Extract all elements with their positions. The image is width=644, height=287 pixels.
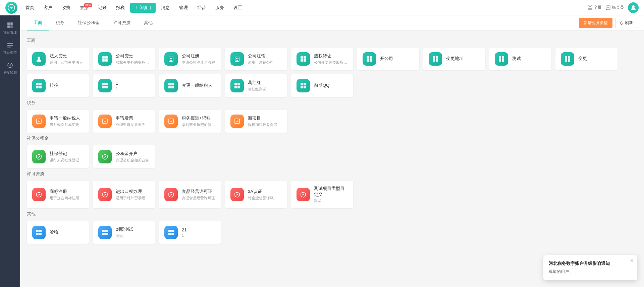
svg-rect-65 (237, 86, 240, 88)
card-1[interactable]: 11 (93, 74, 155, 97)
svg-rect-34 (367, 56, 369, 59)
nav-item-工商项目[interactable]: 工商项目 (130, 3, 156, 13)
card-税务报道+记账[interactable]: 税务报道+记账拿到营业执照的新公司 (159, 110, 221, 133)
card-食品经营许可证[interactable]: 食品经营许可证办理食品经营许可证 (159, 181, 221, 208)
nav-item-客户[interactable]: 客户 (40, 3, 56, 13)
card-葛红红[interactable]: 葛红红葛红红测试 (225, 74, 287, 97)
sidebar-item-0[interactable]: 项目管理 (0, 18, 20, 38)
card-股权转让[interactable]: 股权转让公司变更需要股权转让 (291, 48, 353, 70)
card-测试项目类型目定义[interactable]: 测试项目类型目定义测试 (291, 181, 353, 208)
card-text-商标注册: 商标注册用于企业商标注册服务 (50, 189, 84, 201)
cards-grid-其他: 哈哈 刘聪测试测试 211 (27, 221, 637, 244)
license1-icon (32, 188, 46, 201)
building2-icon (230, 52, 244, 66)
notification-close-button[interactable]: ✕ (630, 258, 634, 263)
refresh-button[interactable]: 刷新 (615, 18, 637, 28)
card-进出口权办理[interactable]: 进出口权办理适用于对外贸易经营者 (93, 181, 155, 208)
sub-tab-社保公积金[interactable]: 社保公积金 (71, 16, 106, 30)
card-text-3A认证: 3A认证对企业信誉评级 (248, 189, 282, 201)
card-公积金开户[interactable]: 公积金开户办理公积金相关业务 (93, 145, 155, 168)
other2-icon (98, 226, 112, 239)
card-title-label: 刘聪测试 (116, 226, 150, 232)
new-badge: new (84, 3, 92, 7)
card-3A认证[interactable]: 3A认证对企业信誉评级 (225, 181, 287, 208)
svg-rect-79 (105, 230, 108, 232)
svg-rect-38 (433, 56, 435, 59)
card-变更一般纳税人[interactable]: 变更一般纳税人 (159, 74, 221, 97)
card-21[interactable]: 211 (159, 221, 221, 244)
sidebar-label-0: 项目管理 (3, 30, 17, 35)
card-title-label: 变更一般纳税人 (182, 82, 216, 88)
card-商标注册[interactable]: 商标注册用于企业商标注册服务 (27, 181, 89, 208)
sub-tab-其他[interactable]: 其他 (137, 16, 159, 30)
nav-item-首页[interactable]: 首页 (21, 3, 38, 13)
card-新项目[interactable]: 新项目报税加税控盘保管 (225, 110, 287, 133)
svg-rect-47 (568, 56, 570, 59)
nav-item-管理[interactable]: 管理 (175, 3, 192, 13)
nav-item-记账[interactable]: 记账 (94, 3, 111, 13)
card-title-label: 商标注册 (50, 189, 84, 195)
card-desc-label: 葛红红测试 (248, 87, 282, 92)
cards-grid-许可资质: 商标注册用于企业商标注册服务 进出口权办理适用于对外贸易经营者 食品经营许可证办… (27, 181, 637, 208)
card-变更地址[interactable]: 变更地址 (423, 48, 485, 70)
card-刘聪测试[interactable]: 刘聪测试测试 (93, 221, 155, 244)
sub-tab-工商[interactable]: 工商 (27, 16, 49, 30)
svg-rect-3 (588, 8, 589, 10)
card-text-1: 11 (116, 81, 150, 91)
card-title-label: 哈哈 (50, 229, 84, 235)
card-社保登记[interactable]: 社保登记进行人员社保登记 (27, 145, 89, 168)
card-desc-label: 申请公司注册全流程 (182, 60, 216, 65)
avatar[interactable] (628, 2, 639, 13)
card-申请一般纳税人[interactable]: 申请一般纳税人当月或次月成变更完成 (27, 110, 89, 133)
nav-item-报税[interactable]: 报税 (112, 3, 129, 13)
vip-btn[interactable]: 畅会员 (606, 5, 624, 10)
svg-rect-74 (36, 230, 39, 232)
add-type-button[interactable]: 新增业务类型 (579, 18, 612, 28)
card-公司变更[interactable]: 公司变更股权变更外的业务变更 (93, 48, 155, 70)
license3-icon (164, 188, 178, 201)
nav-item-服务[interactable]: 服务 (211, 3, 228, 13)
section-title: 社保公积金 (27, 135, 637, 141)
card-公司注销[interactable]: 公司注销适用于注销公司 (225, 48, 287, 70)
svg-rect-56 (102, 86, 105, 88)
svg-rect-46 (565, 56, 567, 59)
nav-item-设置[interactable]: 设置 (229, 3, 246, 13)
fullscreen-icon (588, 5, 592, 10)
nav-item-经营[interactable]: 经营 (193, 3, 210, 13)
sidebar-item-1[interactable]: 项目类型 (0, 38, 20, 58)
card-title-label: 1 (116, 81, 150, 86)
svg-rect-1 (588, 6, 589, 7)
svg-rect-66 (301, 83, 303, 85)
svg-rect-84 (168, 233, 171, 235)
svg-rect-68 (301, 86, 303, 88)
card-text-新项目: 新项目报税加税控盘保管 (248, 115, 282, 127)
fullscreen-btn[interactable]: 全屏 (588, 5, 602, 10)
sidebar-item-2[interactable]: 进度监测 (0, 58, 20, 78)
card-拉拉[interactable]: 拉拉 (27, 74, 89, 97)
card-title-label: 变更 (578, 56, 612, 62)
card-text-申请一般纳税人: 申请一般纳税人当月或次月成变更完成 (50, 115, 84, 127)
sub-tab-许可资质[interactable]: 许可资质 (106, 16, 137, 30)
card-开公司[interactable]: 开公司 (357, 48, 419, 70)
svg-rect-24 (171, 58, 172, 59)
card-前期QQ[interactable]: 前期QQ (291, 74, 353, 97)
svg-rect-75 (39, 230, 42, 232)
card-法人变更[interactable]: 法人变更适用于公司变更法人 (27, 48, 89, 70)
other1-icon (32, 226, 46, 239)
card-text-社保登记: 社保登记进行人员社保登记 (50, 151, 84, 163)
svg-rect-81 (105, 233, 108, 235)
card-公司注册[interactable]: 公司注册申请公司注册全流程 (159, 48, 221, 70)
sub-tab-税务[interactable]: 税务 (49, 16, 71, 30)
card-text-股权转让: 股权转让公司变更需要股权转让 (314, 53, 348, 65)
card-申请发票[interactable]: 申请发票办理申请发票业务 (93, 110, 155, 133)
card-title-label: 葛红红 (248, 80, 282, 86)
nav-item-收费[interactable]: 收费 (58, 3, 74, 13)
top-nav: 首页客户收费票据new记账报税工商项目消息管理经营服务设置 全屏 畅会员 (0, 0, 644, 15)
license5-icon (297, 188, 310, 201)
svg-rect-4 (591, 8, 592, 10)
nav-item-票据[interactable]: 票据new (76, 3, 93, 13)
card-测试[interactable]: 测试 (489, 48, 551, 70)
nav-item-消息[interactable]: 消息 (157, 3, 174, 13)
card-变更[interactable]: 变更 (555, 48, 618, 70)
card-哈哈[interactable]: 哈哈 (27, 221, 89, 244)
